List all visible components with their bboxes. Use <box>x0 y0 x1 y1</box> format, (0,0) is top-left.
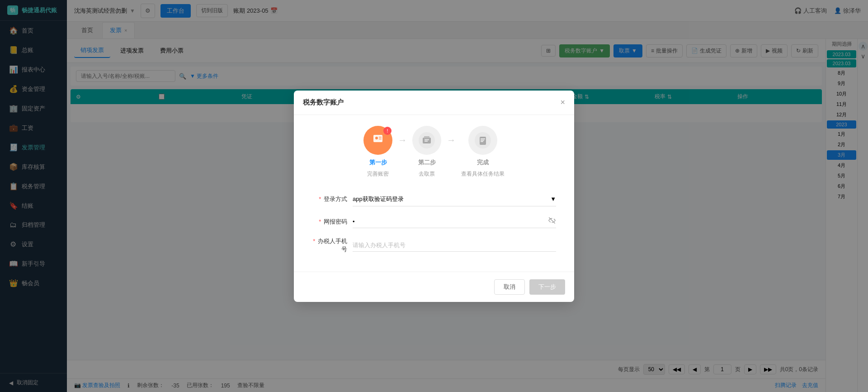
step-arrow-2: → <box>441 135 461 145</box>
svg-rect-12 <box>481 139 485 139</box>
phone-label: * 办税人手机号 <box>312 237 353 253</box>
phone-input[interactable] <box>353 239 556 252</box>
login-method-value: app获取验证码登录 <box>353 195 404 203</box>
step-2-desc: 去取票 <box>419 170 435 178</box>
modal-header: 税务数字账户 × <box>294 91 574 115</box>
svg-point-2 <box>375 137 378 139</box>
step-2: 第二步 去取票 <box>412 126 441 178</box>
tax-digital-modal: 税务数字账户 × <box>294 91 574 302</box>
steps: ! 第一步 完善账密 → <box>312 126 556 178</box>
step-3-label: 完成 <box>477 158 489 167</box>
step-1-icon: ! <box>363 126 392 155</box>
password-input[interactable] <box>353 215 548 228</box>
password-label: * 网报密码 <box>312 218 353 226</box>
login-method-form-item: * 登录方式 app获取验证码登录 ▼ <box>312 192 556 206</box>
step-1-person-icon <box>370 130 386 150</box>
phone-form-item: * 办税人手机号 <box>312 237 556 253</box>
svg-rect-1 <box>373 135 382 142</box>
step-3-desc: 查看具体任务结果 <box>461 170 505 178</box>
modal-overlay: 税务数字账户 × <box>0 0 868 392</box>
modal-footer: 取消 下一步 <box>294 272 574 302</box>
required-mark: * <box>319 196 321 202</box>
step-2-icon <box>412 126 441 155</box>
svg-rect-11 <box>480 137 486 145</box>
step-2-label: 第二步 <box>418 158 436 167</box>
password-wrapper <box>353 215 556 228</box>
required-mark-3: * <box>313 238 315 244</box>
login-method-label: * 登录方式 <box>312 195 353 203</box>
svg-rect-8 <box>425 139 429 140</box>
step-1-label: 第一步 <box>369 158 387 167</box>
step-arrow-1: → <box>392 135 412 145</box>
password-form-item: * 网报密码 <box>312 215 556 228</box>
next-button[interactable]: 下一步 <box>529 279 565 295</box>
modal-title: 税务数字账户 <box>303 98 344 107</box>
modal-body: ! 第一步 完善账密 → <box>294 115 574 272</box>
svg-rect-14 <box>481 141 483 142</box>
step-1: ! 第一步 完善账密 <box>363 126 392 178</box>
modal-close-button[interactable]: × <box>560 98 565 107</box>
step-1-desc: 完善账密 <box>367 170 389 178</box>
eye-icon[interactable] <box>548 216 556 226</box>
step-1-badge: ! <box>383 127 392 135</box>
phone-control <box>353 239 556 252</box>
required-mark-2: * <box>319 218 321 225</box>
login-method-select[interactable]: app获取验证码登录 ▼ <box>353 192 556 206</box>
svg-rect-9 <box>425 141 428 142</box>
step-3: 完成 查看具体任务结果 <box>461 126 505 178</box>
cancel-button[interactable]: 取消 <box>494 279 525 295</box>
svg-rect-7 <box>424 136 429 139</box>
step-3-icon <box>468 126 497 155</box>
login-method-control: app获取验证码登录 ▼ <box>353 192 556 206</box>
password-control <box>353 215 556 228</box>
select-dropdown-icon: ▼ <box>550 196 556 202</box>
svg-rect-13 <box>481 140 484 141</box>
